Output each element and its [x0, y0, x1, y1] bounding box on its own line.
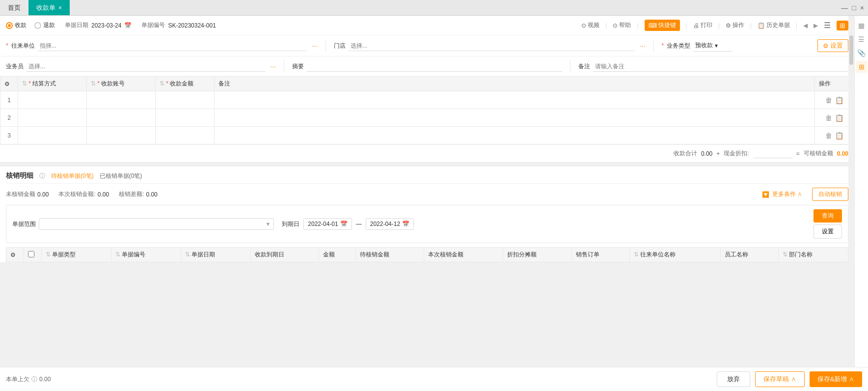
operations-btn[interactable]: ⚙ 操作	[726, 21, 744, 29]
tab-receipt[interactable]: 收款单 ×	[28, 0, 70, 15]
info-icon[interactable]: ⓘ	[39, 172, 45, 180]
date-field: 单据日期 2023-03-24 📅	[65, 21, 132, 29]
bottom-checkbox-th[interactable]	[24, 248, 42, 262]
delete-icon[interactable]: 🗑	[825, 96, 832, 104]
copy-icon[interactable]: 📋	[835, 114, 843, 122]
account-cell[interactable]	[87, 109, 156, 127]
table-gear-icon[interactable]: ⚙	[0, 77, 18, 91]
amount-cell[interactable]	[156, 127, 215, 144]
range-select[interactable]: ▾	[39, 218, 274, 230]
copy-icon[interactable]: 📋	[835, 132, 843, 140]
date-end-input[interactable]: 2022-04-12 📅	[366, 218, 414, 230]
nav-prev-icon[interactable]: ◀	[803, 22, 808, 29]
account-input[interactable]	[87, 91, 155, 109]
layout-grid-icon[interactable]: ⊞	[837, 21, 848, 30]
partner-input[interactable]	[38, 41, 307, 51]
receipt-table-section: ⚙ ⇅ * 结算方式 ⇅ * 收款账号 ⇅ *	[0, 76, 854, 144]
col-dept-sort: ⇅	[783, 251, 787, 258]
settle-cell[interactable]	[18, 127, 87, 144]
save-draft-button[interactable]: 保存草稿 ∧	[755, 371, 805, 387]
salesperson-input[interactable]	[27, 61, 265, 72]
radio-receipt[interactable]: 收款	[6, 21, 27, 29]
maximize-icon[interactable]: □	[852, 4, 856, 12]
query-button[interactable]: 查询	[814, 209, 842, 223]
abandon-button[interactable]: 放弃	[717, 371, 750, 387]
chevron-down-icon: ▾	[715, 42, 718, 49]
footer-info-icon[interactable]: ⓘ	[31, 375, 37, 384]
select-all-checkbox[interactable]	[28, 251, 34, 257]
calendar-icon[interactable]: 📅	[124, 22, 132, 29]
remark-cell[interactable]	[215, 127, 815, 144]
tab-close-icon[interactable]: ×	[58, 4, 62, 11]
remarks-input[interactable]	[593, 61, 848, 72]
delete-icon[interactable]: 🗑	[825, 132, 832, 140]
remark-input[interactable]	[215, 109, 814, 126]
remark-cell[interactable]	[215, 91, 815, 109]
summary-input[interactable]	[307, 61, 562, 72]
help-btn[interactable]: ⊙ 帮助	[613, 21, 631, 29]
settle-input[interactable]	[18, 91, 86, 109]
amount-input[interactable]	[156, 109, 214, 126]
amount-cell[interactable]	[156, 109, 215, 127]
copy-icon[interactable]: 📋	[835, 96, 843, 104]
available-value: 0.00	[837, 150, 848, 157]
business-type-select[interactable]: 预收款 ▾	[693, 40, 732, 52]
account-cell[interactable]	[87, 127, 156, 144]
bottom-gear-th[interactable]: ⚙	[6, 248, 24, 262]
store-input[interactable]	[349, 41, 635, 51]
print-btn[interactable]: 🖨 打印	[693, 21, 712, 29]
nav-next-icon[interactable]: ▶	[814, 22, 818, 29]
date-start-input[interactable]: 2022-04-01 📅	[303, 218, 352, 230]
scrollbar-thumb[interactable]	[849, 35, 853, 65]
salesperson-field: 业务员 ···	[6, 61, 276, 72]
amount-cell[interactable]	[156, 91, 215, 109]
pending-tab[interactable]: 待核销单据(0笔)	[51, 172, 94, 180]
tab-home[interactable]: 首页	[0, 0, 28, 15]
col-type-header: ⇅ 单据类型	[42, 248, 111, 262]
settle-cell[interactable]	[18, 91, 87, 109]
settle-input[interactable]	[18, 127, 86, 144]
sidebar-table-icon[interactable]: ▦	[856, 20, 868, 31]
store-more-btn[interactable]: ···	[640, 42, 646, 50]
discount-input[interactable]	[753, 149, 792, 158]
top-section: 收款 退款 单据日期 2023-03-24 📅 单据编号 SK-20230324…	[0, 16, 854, 163]
account-input[interactable]	[87, 127, 155, 144]
number-label: 单据编号	[141, 21, 165, 29]
radio-refund[interactable]: 退款	[34, 21, 55, 29]
calendar-start-icon: 📅	[340, 221, 348, 227]
done-tab[interactable]: 已核销单据(0笔)	[100, 172, 142, 180]
header-row: 收款 退款 单据日期 2023-03-24 📅 单据编号 SK-20230324…	[0, 16, 854, 35]
account-cell[interactable]	[87, 91, 156, 109]
shortcut-btn[interactable]: ⌨ 快捷键	[645, 20, 680, 31]
more-conditions-btn[interactable]: 🔽 更多条件 ∧	[762, 190, 802, 198]
salesperson-more-btn[interactable]: ···	[270, 62, 276, 70]
save-new-button[interactable]: 保存&新增 ∧	[810, 371, 862, 387]
settle-input[interactable]	[18, 109, 86, 126]
sidebar-list-icon[interactable]: ☰	[856, 33, 868, 45]
partner-field: * 往来单位 ···	[6, 41, 318, 51]
scrollbar[interactable]	[848, 16, 854, 367]
sidebar-expand-icon[interactable]: ⊞	[856, 61, 868, 73]
delete-icon[interactable]: 🗑	[825, 114, 832, 122]
auto-cancel-button[interactable]: 自动核销	[812, 188, 848, 201]
col-dept-header: ⇅ 部门名称	[778, 248, 848, 262]
amount-input[interactable]	[156, 91, 214, 109]
remark-input[interactable]	[215, 127, 814, 144]
amount-input[interactable]	[156, 127, 214, 144]
remark-cell[interactable]	[215, 109, 815, 127]
minimize-icon[interactable]: —	[841, 4, 848, 12]
settings-button[interactable]: ⚙ 设置	[817, 39, 848, 52]
history-btn[interactable]: 📋 历史单据	[758, 21, 790, 29]
receipt-table: ⚙ ⇅ * 结算方式 ⇅ * 收款账号 ⇅ *	[0, 76, 854, 144]
close-icon[interactable]: ×	[860, 4, 864, 12]
partner-more-btn[interactable]: ···	[312, 42, 318, 50]
layout-list-icon[interactable]: ☰	[824, 21, 831, 30]
filter-settings-button[interactable]: 设置	[814, 224, 842, 239]
account-input[interactable]	[87, 109, 155, 126]
col-staff-header: 员工名称	[721, 248, 779, 262]
remark-input[interactable]	[215, 91, 814, 109]
help-label: 帮助	[619, 21, 631, 29]
video-btn[interactable]: ⊙ 视频	[581, 21, 599, 29]
settle-cell[interactable]	[18, 109, 87, 127]
sidebar-attach-icon[interactable]: 📎	[856, 47, 868, 59]
